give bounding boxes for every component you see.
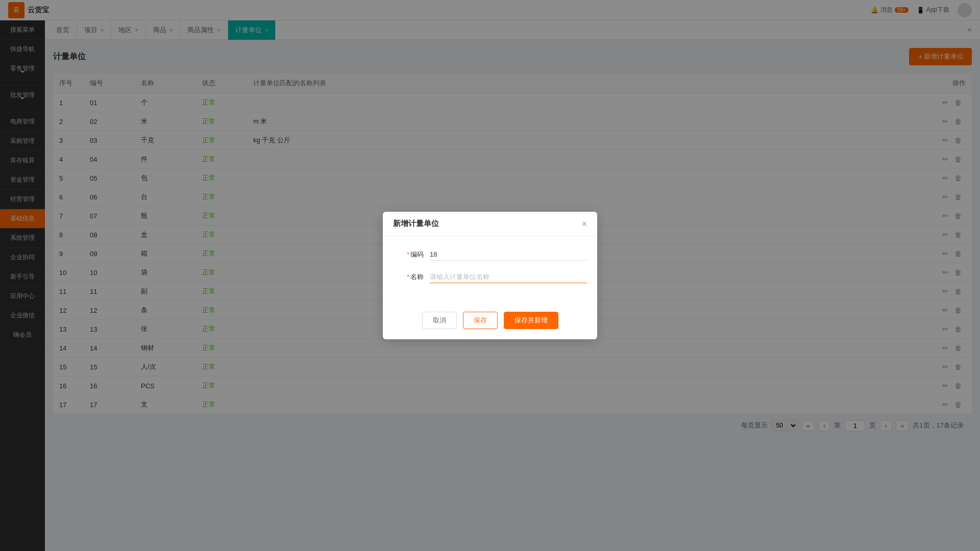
code-label: *编码 [393, 250, 424, 259]
dialog-close-btn[interactable]: × [581, 219, 587, 229]
add-unit-dialog: 新增计量单位 × *编码 *名称 取消 保存 保存并新增 [383, 212, 597, 339]
save-button[interactable]: 保存 [463, 312, 498, 329]
save-and-new-button[interactable]: 保存并新增 [504, 312, 558, 329]
dialog-body: *编码 *名称 [383, 236, 597, 306]
name-label: *名称 [393, 272, 424, 282]
required-mark: * [407, 251, 409, 258]
code-input[interactable] [430, 248, 587, 261]
dialog-title: 新增计量单位 [393, 219, 439, 229]
name-field-row: *名称 [393, 271, 587, 283]
dialog-footer: 取消 保存 保存并新增 [383, 306, 597, 339]
name-input[interactable] [430, 271, 587, 283]
code-field-row: *编码 [393, 248, 587, 261]
required-mark: * [407, 273, 409, 281]
cancel-button[interactable]: 取消 [422, 312, 457, 329]
dialog-overlay[interactable]: 新增计量单位 × *编码 *名称 取消 保存 保存并新增 [0, 0, 980, 551]
dialog-header: 新增计量单位 × [383, 212, 597, 236]
